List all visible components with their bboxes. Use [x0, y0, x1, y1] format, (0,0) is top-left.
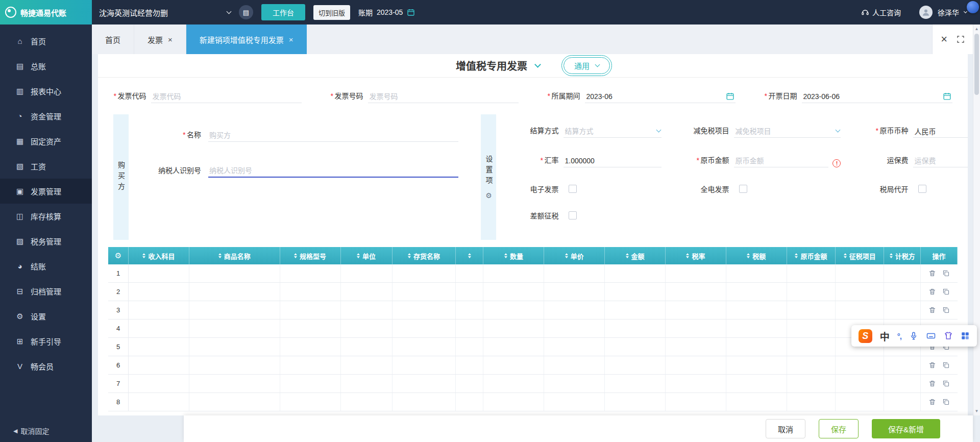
sidebar-item-general-ledger[interactable]: ▤ 总账	[0, 54, 92, 79]
sidebar-item-settings[interactable]: ⚙ 设置	[0, 304, 92, 329]
invoice-category-select[interactable]: 通用	[564, 57, 610, 74]
copy-row-icon[interactable]	[942, 380, 950, 387]
sidebar-item-fixed-assets[interactable]: ▦ 固定资产	[0, 129, 92, 154]
column-header-税率[interactable]: 税率	[666, 247, 726, 264]
table-cell[interactable]	[456, 393, 483, 411]
table-cell[interactable]	[836, 283, 884, 301]
calendar-icon[interactable]	[407, 8, 415, 16]
table-cell[interactable]	[884, 356, 921, 374]
table-cell[interactable]	[341, 264, 393, 282]
table-cell[interactable]	[787, 375, 836, 392]
table-cell[interactable]	[280, 320, 341, 337]
column-header-blank[interactable]	[456, 247, 483, 264]
toolbox-grid-icon[interactable]	[961, 331, 970, 340]
table-cell[interactable]	[605, 301, 666, 319]
sidebar-item-archive[interactable]: ⊟ 归档管理	[0, 279, 92, 304]
table-cell[interactable]	[726, 264, 787, 282]
table-cell[interactable]	[726, 356, 787, 374]
delete-row-icon[interactable]	[928, 398, 936, 406]
table-cell[interactable]	[544, 264, 605, 282]
table-cell[interactable]	[456, 301, 483, 319]
column-header-税额[interactable]: 税额	[726, 247, 787, 264]
table-cell[interactable]	[666, 375, 726, 392]
settings-section-tab[interactable]: 设置项 ⚙	[481, 114, 496, 240]
table-cell[interactable]	[787, 264, 836, 282]
settlement-method-input[interactable]	[565, 127, 657, 135]
table-cell[interactable]	[189, 375, 280, 392]
table-cell[interactable]	[189, 338, 280, 356]
table-cell[interactable]	[884, 301, 921, 319]
table-cell[interactable]	[341, 283, 393, 301]
table-cell[interactable]	[189, 393, 280, 411]
table-cell[interactable]	[393, 264, 456, 282]
ime-chinese-mode[interactable]: 中	[880, 329, 890, 343]
table-cell[interactable]	[393, 393, 456, 411]
table-cell[interactable]	[280, 338, 341, 356]
copy-row-icon[interactable]	[942, 306, 950, 314]
fullscreen-icon[interactable]	[957, 35, 965, 43]
table-cell[interactable]	[787, 301, 836, 319]
column-header-存货名称[interactable]: 存货名称	[393, 247, 456, 264]
table-cell[interactable]	[884, 393, 921, 411]
table-cell[interactable]	[189, 301, 280, 319]
table-cell[interactable]	[341, 301, 393, 319]
invoice-number-input[interactable]	[369, 92, 518, 101]
column-header-数量[interactable]: 数量	[483, 247, 544, 264]
table-cell[interactable]	[393, 356, 456, 374]
scroll-down-icon[interactable]: ▼	[973, 409, 980, 413]
sort-icon[interactable]	[294, 253, 297, 258]
table-cell[interactable]	[189, 356, 280, 374]
period-input[interactable]	[586, 92, 723, 101]
electronic-invoice-checkbox[interactable]	[569, 185, 577, 193]
column-header-金额[interactable]: 金额	[605, 247, 666, 264]
sidebar-item-salary[interactable]: ▧ 工资	[0, 154, 92, 179]
column-header-收入科目[interactable]: 收入科目	[129, 247, 189, 264]
table-cell[interactable]	[280, 301, 341, 319]
table-cell[interactable]	[341, 393, 393, 411]
sidebar-item-invoice-management[interactable]: ▣ 发票管理	[0, 179, 92, 204]
freight-input[interactable]	[914, 157, 968, 165]
table-cell[interactable]	[456, 338, 483, 356]
table-cell[interactable]	[189, 264, 280, 282]
table-cell[interactable]	[129, 338, 189, 356]
differential-taxation-checkbox[interactable]	[569, 211, 577, 219]
invoice-type-dropdown-icon[interactable]	[534, 61, 541, 68]
table-cell[interactable]	[666, 338, 726, 356]
tab-close-icon[interactable]	[168, 36, 173, 43]
table-cell[interactable]	[456, 320, 483, 337]
punctuation-icon[interactable]: °,	[897, 332, 901, 340]
table-cell[interactable]	[544, 283, 605, 301]
username[interactable]: 徐泽华	[938, 7, 959, 17]
tax-deduction-input[interactable]	[735, 127, 836, 135]
table-cell[interactable]	[726, 320, 787, 337]
table-cell[interactable]	[605, 320, 666, 337]
table-cell[interactable]	[129, 393, 189, 411]
delete-row-icon[interactable]	[928, 288, 936, 296]
tax-id-input[interactable]	[209, 166, 457, 175]
column-settings-icon[interactable]: ⚙	[108, 247, 129, 264]
table-cell[interactable]	[544, 375, 605, 392]
sort-icon[interactable]	[747, 253, 750, 258]
sort-icon[interactable]	[626, 253, 629, 258]
table-cell[interactable]	[544, 338, 605, 356]
copy-row-icon[interactable]	[942, 288, 950, 296]
scroll-thumb[interactable]	[974, 34, 979, 95]
scroll-up-icon[interactable]: ▲	[973, 27, 980, 31]
table-cell[interactable]	[605, 264, 666, 282]
delete-row-icon[interactable]	[928, 361, 936, 369]
table-cell[interactable]	[544, 301, 605, 319]
table-cell[interactable]	[483, 301, 544, 319]
column-header-单位[interactable]: 单位	[341, 247, 393, 264]
invoice-code-input[interactable]	[152, 92, 301, 101]
table-cell[interactable]	[884, 283, 921, 301]
close-tab-icon[interactable]: ×	[941, 34, 947, 45]
table-cell[interactable]	[544, 320, 605, 337]
switch-old-version-button[interactable]: 切到旧版	[313, 5, 350, 20]
sort-icon[interactable]	[142, 253, 145, 258]
chevron-down-icon[interactable]	[964, 9, 967, 13]
delete-row-icon[interactable]	[928, 269, 936, 277]
table-cell[interactable]	[129, 283, 189, 301]
tab-home[interactable]: 首页	[92, 24, 134, 54]
table-cell[interactable]	[544, 393, 605, 411]
table-cell[interactable]	[129, 320, 189, 337]
